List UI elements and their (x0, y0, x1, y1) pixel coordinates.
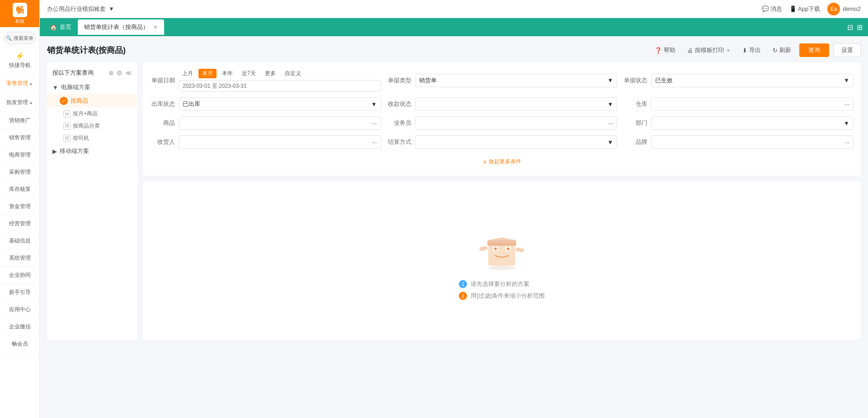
sidebar-item-purchase[interactable]: 采购管理 (0, 164, 40, 181)
tab-maximize-icon[interactable]: ⊞ (857, 23, 863, 32)
date-tag-more[interactable]: 更多 (261, 69, 279, 78)
export-button[interactable]: ⬇ 导出 (739, 44, 764, 56)
subitem-icon-monthly: M (63, 110, 71, 118)
doc-type-dropdown-icon: ▼ (607, 77, 613, 84)
export-icon: ⬇ (742, 47, 747, 54)
svg-rect-7 (479, 246, 488, 251)
svg-marker-2 (487, 238, 516, 240)
tab-close-button[interactable]: ✕ (153, 24, 158, 30)
collapse-icon: ∧ (483, 159, 487, 165)
sidebar-item-sales[interactable]: 销售管理 (0, 129, 40, 147)
settings-solution-icon[interactable]: ⚙ (117, 69, 123, 76)
messages-button[interactable]: 💬 消息 (762, 5, 782, 13)
page-title: 销货单统计表(按商品) (47, 45, 126, 56)
warehouse-select[interactable]: ··· (651, 97, 854, 111)
add-solution-icon[interactable]: ⊕ (108, 69, 114, 76)
help-icon: ❓ (655, 47, 662, 54)
solution-subitem-goods-category[interactable]: 回 按商品分类 (47, 120, 137, 132)
message-icon: 💬 (762, 5, 769, 12)
sidebar-item-wechat[interactable]: 企业微信 (0, 318, 40, 336)
filter-row-3: 商品 ··· 业务员 ··· (150, 116, 854, 130)
pay-status-dropdown-icon: ▼ (607, 101, 613, 108)
print-button[interactable]: 🖨 按模板打印 ▼ (684, 44, 734, 56)
sidebar-item-system[interactable]: 系统管理 (0, 250, 40, 267)
page-title-bar: 销货单统计表(按商品) ❓ 帮助 🖨 按模板打印 ▼ ⬇ 导出 ↻ 刷新 (47, 43, 861, 57)
sidebar-item-fund[interactable]: 资金管理 (0, 198, 40, 215)
doc-status-dropdown-icon: ▼ (844, 77, 849, 84)
solution-group-desktop-header[interactable]: ▼ 电脑端方案 (47, 81, 137, 94)
sidebar-item-stock[interactable]: 库存核算 (0, 181, 40, 198)
filter-warehouse-field: 仓库 ··· (623, 97, 854, 111)
settings-button[interactable]: 设置 (834, 43, 861, 57)
date-tag-last-month[interactable]: 上月 (179, 69, 197, 78)
solution-group-mobile-header[interactable]: ▶ 移动端方案 (47, 144, 137, 158)
tab-sales-stat[interactable]: 销货单统计表（按商品） ✕ (78, 19, 164, 35)
panel-header: 按以下方案查询 ⊕ ⚙ ≪ (47, 67, 137, 81)
date-tags: 上月 本月 本年 近7天 更多 自定义 (179, 69, 377, 78)
workspace-dropdown-icon[interactable]: ▼ (108, 5, 114, 12)
top-header: 办公用品行业模拟账套 ▼ 💬 消息 📱 App下载 Ea demo2 (40, 0, 868, 18)
doc-status-select[interactable]: 已生效 ▼ (651, 74, 854, 87)
date-range-display[interactable]: 2023-03-01 至 2023-03-31 (179, 80, 381, 92)
receiver-more-icon: ··· (372, 139, 377, 146)
solution-item-by-goods[interactable]: ✓ 按商品 (47, 94, 137, 108)
salesperson-select[interactable]: ··· (415, 116, 618, 130)
solution-group-mobile: ▶ 移动端方案 (47, 144, 137, 158)
sidebar-item-member[interactable]: 畅会员 (0, 336, 40, 353)
logo-icon: 畅 (13, 3, 27, 17)
date-tag-7days[interactable]: 近7天 (238, 69, 259, 78)
sidebar-item-quick[interactable]: ⚡ 快捷导航 (0, 47, 40, 74)
help-button[interactable]: ❓ 帮助 (651, 44, 679, 56)
dept-select[interactable]: ▼ (651, 116, 854, 130)
print-dropdown-icon: ▼ (726, 48, 731, 53)
brand-select[interactable]: ··· (651, 135, 854, 149)
query-filter-panel: 单据日期 上月 本月 本年 近7天 更多 自定义 20 (143, 62, 861, 176)
filter-doctype-field: 单据类型 销货单 ▼ (387, 69, 618, 92)
header-title-area: 办公用品行业模拟账套 ▼ (47, 5, 114, 13)
expand-icon: ▼ (52, 84, 58, 91)
sidebar-item-newuser[interactable]: 新手引导 (0, 284, 40, 301)
search-menu-button[interactable]: 🔍 搜索菜单 (4, 32, 36, 44)
solution-subitem-monthly-goods[interactable]: M 按月+商品 (47, 108, 137, 120)
sidebar-item-wholesale[interactable]: 批发管理 ▲ (0, 93, 40, 112)
sidebar-item-retail[interactable]: 零售管理 ▲ (0, 74, 40, 93)
subitem-icon-driver: 回 (63, 135, 71, 142)
query-button[interactable]: 查询 (799, 43, 829, 57)
user-profile[interactable]: Ea demo2 (827, 3, 861, 15)
filter-brand-field: 品牌 ··· (623, 135, 854, 149)
subitem-icon-category: 回 (63, 123, 71, 130)
avatar: Ea (827, 3, 840, 15)
date-tag-this-month[interactable]: 本月 (198, 69, 217, 78)
payment-select[interactable]: ▼ (415, 135, 618, 149)
goods-select[interactable]: ··· (179, 116, 381, 130)
search-icon: 🔍 (6, 35, 12, 41)
pay-status-select[interactable]: ▼ (415, 97, 618, 111)
tab-minimize-icon[interactable]: ⊟ (847, 23, 853, 32)
sidebar-search[interactable]: 🔍 搜索菜单 (0, 27, 39, 47)
sidebar-item-marketing[interactable]: 营销推广 (0, 112, 40, 129)
warehouse-more-icon: ··· (844, 101, 849, 108)
filter-row-1: 单据日期 上月 本月 本年 近7天 更多 自定义 20 (150, 69, 854, 92)
out-status-select[interactable]: 已出库 ▼ (179, 97, 381, 111)
app-download-button[interactable]: 📱 App下载 (789, 5, 820, 13)
sidebar-item-corp[interactable]: 企业协同 (0, 267, 40, 284)
sidebar-item-ops[interactable]: 经营管理 (0, 215, 40, 233)
doc-type-select[interactable]: 销货单 ▼ (415, 74, 618, 87)
receiver-select[interactable]: ··· (179, 135, 381, 149)
sidebar-item-basic[interactable]: 基础信息 (0, 233, 40, 250)
tip-number-2: 2 (459, 292, 467, 300)
brand-more-icon: ··· (844, 139, 849, 146)
svg-point-6 (507, 247, 509, 250)
sidebar-item-apps[interactable]: 应用中心 (0, 301, 40, 318)
out-status-dropdown-icon: ▼ (371, 101, 377, 108)
tab-home[interactable]: 🏠 首页 (43, 19, 78, 35)
refresh-button[interactable]: ↻ 刷新 (769, 44, 795, 56)
date-tag-this-year[interactable]: 本年 (218, 69, 236, 78)
collapse-panel-icon[interactable]: ≪ (125, 69, 132, 76)
collapse-conditions-button[interactable]: ∧ 收起更多条件 (150, 154, 854, 169)
solution-subitem-by-driver[interactable]: 回 按司机 (47, 132, 137, 144)
sidebar-item-ecom[interactable]: 电商管理 (0, 147, 40, 164)
svg-point-5 (494, 247, 497, 250)
solution-active-icon: ✓ (60, 97, 68, 105)
date-tag-custom[interactable]: 自定义 (281, 69, 305, 78)
